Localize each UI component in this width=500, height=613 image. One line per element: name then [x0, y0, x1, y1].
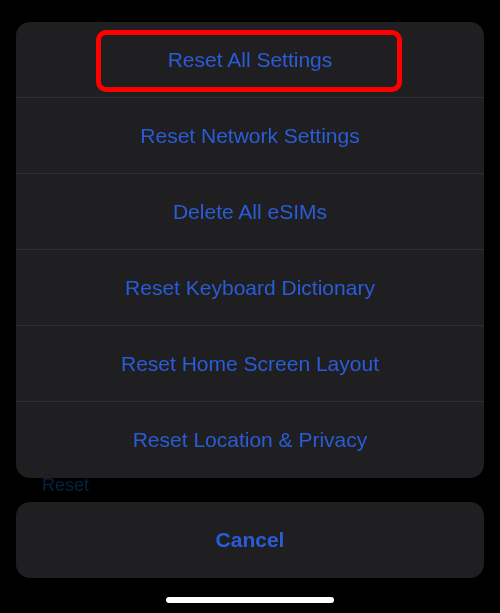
reset-keyboard-dictionary-label: Reset Keyboard Dictionary	[125, 276, 375, 300]
reset-location-privacy-label: Reset Location & Privacy	[133, 428, 368, 452]
reset-all-settings-label: Reset All Settings	[168, 48, 333, 72]
home-indicator[interactable]	[166, 597, 334, 603]
delete-all-esims-label: Delete All eSIMs	[173, 200, 327, 224]
reset-all-settings-item[interactable]: Reset All Settings	[16, 22, 484, 98]
reset-home-screen-layout-item[interactable]: Reset Home Screen Layout	[16, 326, 484, 402]
reset-location-privacy-item[interactable]: Reset Location & Privacy	[16, 402, 484, 478]
reset-network-settings-item[interactable]: Reset Network Settings	[16, 98, 484, 174]
reset-keyboard-dictionary-item[interactable]: Reset Keyboard Dictionary	[16, 250, 484, 326]
reset-network-settings-label: Reset Network Settings	[140, 124, 359, 148]
reset-action-sheet: Reset All Settings Reset Network Setting…	[16, 22, 484, 478]
background-reset-text: Reset	[42, 475, 89, 496]
reset-home-screen-layout-label: Reset Home Screen Layout	[121, 352, 379, 376]
cancel-button[interactable]: Cancel	[16, 502, 484, 578]
cancel-button-label: Cancel	[216, 528, 285, 552]
delete-all-esims-item[interactable]: Delete All eSIMs	[16, 174, 484, 250]
